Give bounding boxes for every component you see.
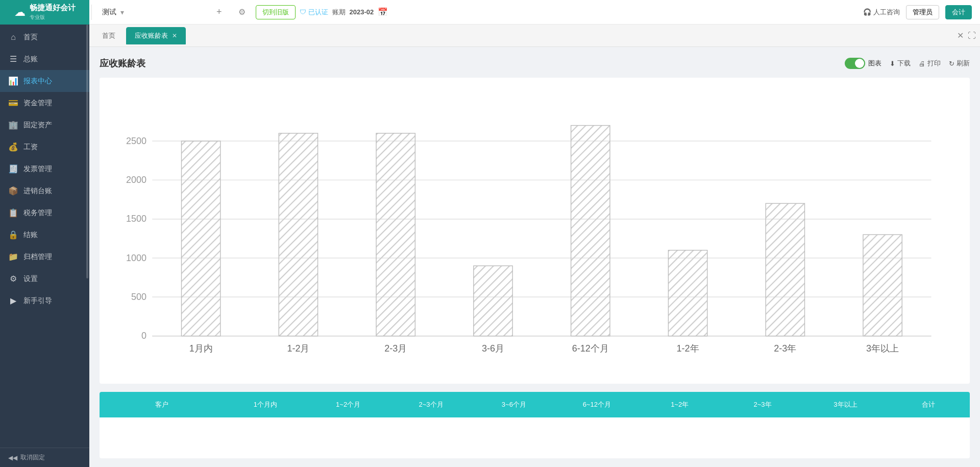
headphone-icon: 🎧: [863, 8, 871, 16]
nav-label-trade: 进销台账: [23, 186, 52, 196]
sidebar-item-close[interactable]: 🔒结账: [0, 224, 89, 246]
scrollbar-thumb: [86, 25, 88, 278]
shield-icon: 🛡: [300, 8, 306, 16]
logo-text-area: 畅捷通好会计 专业版: [30, 3, 76, 21]
table-col-header: 1~2个月: [307, 392, 389, 417]
sidebar-bottom: ◀◀ 取消固定: [0, 448, 89, 467]
sidebar-item-report[interactable]: 📊报表中心: [0, 70, 89, 92]
svg-text:3年以上: 3年以上: [866, 343, 899, 354]
download-button[interactable]: ⬇ 下载: [890, 59, 911, 68]
sidebar-item-ledger[interactable]: ☰总账: [0, 48, 89, 70]
nav-icon-archive: 📁: [8, 252, 18, 262]
print-label: 打印: [927, 59, 941, 68]
page-header-actions: 图表 ⬇ 下载 🖨 打印 ↻ 刷新: [845, 58, 970, 69]
nav-icon-trade: 📦: [8, 186, 18, 196]
svg-text:1-2年: 1-2年: [677, 343, 699, 354]
workspace-selector[interactable]: 测试 ▾: [102, 8, 204, 17]
refresh-button[interactable]: ↻ 刷新: [949, 59, 970, 68]
download-label: 下载: [897, 59, 911, 68]
consult-button[interactable]: 🎧 人工咨询: [863, 8, 900, 17]
nav-icon-invoice: 🧾: [8, 164, 18, 174]
logo-area: ☁ 畅捷通好会计 专业版: [0, 0, 89, 25]
nav-label-invoice: 发票管理: [23, 165, 52, 174]
nav-icon-payroll: 💰: [8, 142, 18, 152]
sidebar-item-trade[interactable]: 📦进销台账: [0, 180, 89, 202]
pin-label: 取消固定: [20, 453, 45, 462]
svg-text:1000: 1000: [126, 253, 146, 263]
tab-close-aging[interactable]: ✕: [172, 32, 177, 39]
chart-toggle-wrap: 图表: [845, 58, 881, 69]
tab-aging[interactable]: 应收账龄表✕: [126, 27, 186, 44]
workspace-name: 测试: [102, 8, 116, 17]
nav-label-home: 首页: [23, 33, 38, 42]
table-section: 客户1个月内1~2个月2~3个月3~6个月6~12个月1~2年2~3年3年以上合…: [100, 392, 970, 458]
expand-button[interactable]: ⛶: [968, 31, 976, 40]
svg-rect-23: [279, 133, 317, 336]
sidebar-item-guide[interactable]: ▶新手引导: [0, 290, 89, 312]
close-tab-button[interactable]: ✕: [957, 31, 964, 40]
topbar-actions: + ⚙ 切到旧版 🛡 已认证 账期 2023-02 📅: [210, 5, 857, 19]
svg-rect-29: [571, 126, 610, 336]
table-col-header: 合计: [887, 392, 970, 417]
sidebar-item-home[interactable]: ⌂首页: [0, 27, 89, 48]
certified-text: 已认证: [308, 8, 328, 17]
manager-button[interactable]: 管理员: [906, 5, 939, 19]
table-col-header: 3~6个月: [473, 392, 555, 417]
chart-toggle[interactable]: [845, 58, 865, 69]
sidebar-item-asset[interactable]: 🏢固定资产: [0, 114, 89, 136]
page-title: 应收账龄表: [100, 57, 145, 69]
tab-label-home: 首页: [102, 31, 115, 40]
table-col-header: 2~3个月: [389, 392, 472, 417]
tab-home[interactable]: 首页: [93, 27, 124, 44]
sidebar-nav: ⌂首页☰总账📊报表中心💳资金管理🏢固定资产💰工资🧾发票管理📦进销台账📋税务管理🔒…: [0, 25, 89, 314]
svg-text:2500: 2500: [126, 136, 146, 146]
nav-label-fund: 资金管理: [23, 99, 52, 108]
pin-button[interactable]: ◀◀ 取消固定: [8, 453, 81, 462]
table-body: [100, 417, 970, 458]
sidebar-item-invoice[interactable]: 🧾发票管理: [0, 158, 89, 180]
accountant-button[interactable]: 会计: [945, 5, 972, 19]
svg-text:2-3月: 2-3月: [384, 343, 407, 354]
table-col-header: 1个月内: [224, 392, 307, 417]
sidebar-item-settings[interactable]: ⚙设置: [0, 268, 89, 290]
tab-bar: 首页应收账龄表✕ ✕ ⛶: [89, 25, 980, 47]
nav-icon-guide: ▶: [8, 296, 18, 306]
chart-card: 050010001500200025001月内1-2月2-3月3-6月6-12个…: [100, 78, 970, 384]
nav-icon-fund: 💳: [8, 98, 18, 108]
nav-label-payroll: 工资: [23, 143, 38, 152]
nav-label-tax: 税务管理: [23, 208, 52, 218]
nav-label-ledger: 总账: [23, 55, 38, 64]
table-header-row: 客户1个月内1~2个月2~3个月3~6个月6~12个月1~2年2~3年3年以上合…: [100, 392, 970, 417]
svg-text:6-12个月: 6-12个月: [572, 343, 609, 354]
svg-text:2000: 2000: [126, 175, 146, 185]
svg-text:0: 0: [141, 331, 146, 341]
topbar-right: 🎧 人工咨询 管理员 会计: [863, 5, 972, 19]
app-edition: 专业版: [30, 14, 76, 21]
pin-icon: ◀◀: [8, 454, 17, 461]
nav-label-close: 结账: [23, 230, 38, 240]
calendar-icon[interactable]: 📅: [378, 7, 388, 17]
bar-chart: 050010001500200025001月内1-2月2-3月3-6月6-12个…: [110, 88, 960, 371]
nav-icon-asset: 🏢: [8, 120, 18, 130]
topbar: ☁ 畅捷通好会计 专业版 测试 ▾ + ⚙ 切到旧版 🛡 已认证 账期 2023…: [0, 0, 980, 25]
table-col-header: 客户: [100, 392, 224, 417]
sidebar-item-archive[interactable]: 📁归档管理: [0, 246, 89, 268]
switch-version-button[interactable]: 切到旧版: [256, 5, 296, 19]
add-button[interactable]: +: [210, 5, 228, 19]
svg-text:2-3年: 2-3年: [774, 343, 796, 354]
settings-button[interactable]: ⚙: [232, 5, 252, 19]
svg-rect-25: [376, 133, 415, 336]
page-header: 应收账龄表 图表 ⬇ 下载 🖨 打印 ↻: [100, 57, 970, 69]
nav-label-settings: 设置: [23, 274, 38, 284]
print-button[interactable]: 🖨 打印: [919, 59, 941, 68]
download-icon: ⬇: [890, 60, 895, 67]
svg-rect-31: [668, 250, 707, 336]
divider: [91, 5, 92, 20]
svg-rect-21: [181, 141, 220, 336]
period-value: 2023-02: [350, 8, 374, 16]
sidebar-item-tax[interactable]: 📋税务管理: [0, 202, 89, 224]
nav-label-asset: 固定资产: [23, 121, 52, 130]
sidebar-item-fund[interactable]: 💳资金管理: [0, 92, 89, 114]
printer-icon: 🖨: [919, 60, 925, 67]
sidebar-item-payroll[interactable]: 💰工资: [0, 136, 89, 158]
